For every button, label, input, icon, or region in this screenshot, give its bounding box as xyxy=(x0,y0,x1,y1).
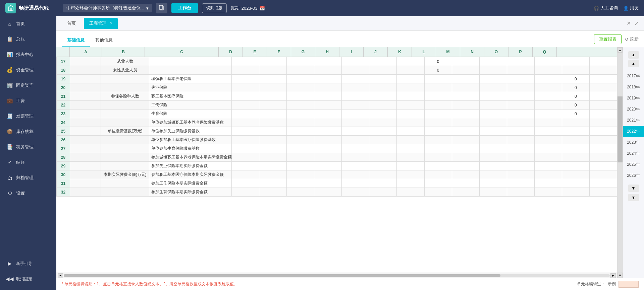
cell-32-d[interactable] xyxy=(232,188,259,197)
cell-28-c[interactable]: 参加城镇职工基本养老保险本期实际缴费金额 xyxy=(149,153,231,162)
sidebar-item-tax[interactable]: 📑 税务管理 xyxy=(0,139,56,155)
scroll-right-btn[interactable]: ► xyxy=(610,273,616,278)
cell-28-e[interactable] xyxy=(259,153,287,162)
sidebar-item-guide[interactable]: ▶ 新手引导 xyxy=(0,256,56,271)
sidebar-item-close[interactable]: ✓ 结账 xyxy=(0,155,56,170)
cell-23-b[interactable] xyxy=(101,110,149,118)
cell-25-p[interactable] xyxy=(562,127,589,136)
cell-18-f[interactable] xyxy=(287,66,314,75)
cell-31-e[interactable] xyxy=(259,179,287,188)
cell-17-o[interactable] xyxy=(534,57,562,66)
cell-19-l[interactable] xyxy=(452,75,479,83)
scroll-down-btn[interactable]: ▼ xyxy=(618,273,623,278)
cell-31-k[interactable] xyxy=(424,179,452,188)
cell-31-g[interactable] xyxy=(314,179,342,188)
cell-18-j[interactable] xyxy=(397,66,424,75)
cell-18-o[interactable] xyxy=(534,66,562,75)
cell-30-j[interactable] xyxy=(397,170,424,179)
cell-19-c[interactable]: 城镇职工基本养老保险 xyxy=(149,75,231,83)
cell-30-n[interactable] xyxy=(507,170,534,179)
cell-21-d[interactable] xyxy=(232,92,259,101)
cell-18-d[interactable] xyxy=(232,66,259,75)
cell-22-n[interactable] xyxy=(507,101,534,110)
tab-bizmanagement[interactable]: 工商管理 × xyxy=(84,18,118,29)
year-2023[interactable]: 2023年 xyxy=(623,137,644,148)
cell-17-l[interactable] xyxy=(452,57,479,66)
cell-24-k[interactable] xyxy=(424,118,452,127)
sub-tab-basic[interactable]: 基础信息 xyxy=(62,34,90,47)
year-2021[interactable]: 2021年 xyxy=(623,115,644,126)
cell-28-i[interactable] xyxy=(369,153,397,162)
cell-26-g[interactable] xyxy=(314,136,342,144)
cell-17-d[interactable] xyxy=(232,57,259,66)
cell-29-q[interactable] xyxy=(589,162,617,170)
cell-32-i[interactable] xyxy=(369,188,397,197)
cell-23-l[interactable] xyxy=(452,110,479,118)
cell-23-c[interactable]: 生育保险 xyxy=(149,110,231,118)
cell-18-n[interactable] xyxy=(507,66,534,75)
cell-21-j[interactable] xyxy=(397,92,424,101)
cell-25-f[interactable] xyxy=(287,127,314,136)
cell-30-g[interactable] xyxy=(314,170,342,179)
cell-22-h[interactable] xyxy=(342,101,369,110)
cell-17-e[interactable] xyxy=(259,57,287,66)
cell-19-n[interactable] xyxy=(507,75,534,83)
sidebar-item-ledger[interactable]: 📋 总账 xyxy=(0,31,56,47)
cell-23-g[interactable] xyxy=(314,110,342,118)
cell-21-m[interactable] xyxy=(479,92,507,101)
cell-22-p[interactable]: 0 xyxy=(562,101,589,110)
cell-23-p[interactable]: 0 xyxy=(562,110,589,118)
cell-17-k[interactable]: 0 xyxy=(424,57,452,66)
year-2018[interactable]: 2018年 xyxy=(623,82,644,93)
cell-22-i[interactable] xyxy=(369,101,397,110)
year-2020[interactable]: 2020年 xyxy=(623,104,644,115)
cell-26-a[interactable] xyxy=(70,136,101,144)
cell-20-c[interactable]: 失业保险 xyxy=(149,83,231,92)
calendar-icon[interactable]: 📅 xyxy=(260,6,265,11)
cell-32-p[interactable] xyxy=(562,188,589,197)
cell-32-j[interactable] xyxy=(397,188,424,197)
cell-26-k[interactable] xyxy=(424,136,452,144)
cell-17-i[interactable] xyxy=(369,57,397,66)
cell-21-f[interactable] xyxy=(287,92,314,101)
cell-22-b[interactable] xyxy=(101,101,149,110)
cell-23-e[interactable] xyxy=(259,110,287,118)
cell-19-f[interactable] xyxy=(287,75,314,83)
year-2025[interactable]: 2025年 xyxy=(623,159,644,170)
cell-31-q[interactable] xyxy=(589,179,617,188)
cell-19-b[interactable] xyxy=(101,75,149,83)
cell-21-i[interactable] xyxy=(369,92,397,101)
cell-24-b[interactable] xyxy=(101,118,149,127)
cell-32-m[interactable] xyxy=(479,188,507,197)
year-nav-up-btn[interactable]: ▲ xyxy=(628,51,639,59)
cell-24-f[interactable] xyxy=(287,118,314,127)
close-all-icon[interactable]: ✕ xyxy=(627,20,631,26)
cell-20-n[interactable] xyxy=(507,83,534,92)
cell-25-b[interactable]: 单位缴费基数(万元) xyxy=(101,127,149,136)
cell-18-l[interactable] xyxy=(452,66,479,75)
cell-29-b[interactable] xyxy=(101,162,149,170)
cell-18-i[interactable] xyxy=(369,66,397,75)
tab-home[interactable]: 首页 xyxy=(62,18,81,29)
cell-28-a[interactable] xyxy=(70,153,101,162)
sidebar-item-archive[interactable]: 🗂 归档管理 xyxy=(0,170,56,186)
cell-20-q[interactable] xyxy=(589,83,617,92)
cell-17-f[interactable] xyxy=(287,57,314,66)
cell-24-j[interactable] xyxy=(397,118,424,127)
cell-19-g[interactable] xyxy=(314,75,342,83)
cell-25-j[interactable] xyxy=(397,127,424,136)
cell-28-h[interactable] xyxy=(342,153,369,162)
cell-27-g[interactable] xyxy=(314,144,342,153)
cell-21-o[interactable] xyxy=(534,92,562,101)
cell-24-c[interactable]: 单位参加城镇职工基本养老保险缴费基数 xyxy=(149,118,231,127)
cell-20-g[interactable] xyxy=(314,83,342,92)
cell-29-g[interactable] xyxy=(314,162,342,170)
cell-24-m[interactable] xyxy=(479,118,507,127)
cell-19-h[interactable] xyxy=(342,75,369,83)
cell-30-h[interactable] xyxy=(342,170,369,179)
cell-19-i[interactable] xyxy=(369,75,397,83)
year-nav-up2-btn[interactable]: ▲ xyxy=(628,60,639,67)
company-selector[interactable]: 中审众环会计师事务所（特殊普通合伙... ▾ xyxy=(63,4,152,12)
cell-22-o[interactable] xyxy=(534,101,562,110)
sidebar-item-reports[interactable]: 📊 报表中心 xyxy=(0,47,56,62)
